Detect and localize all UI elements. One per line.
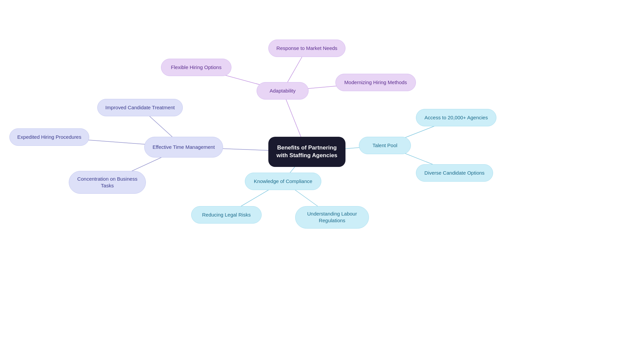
mindmap-container: Benefits of Partnering with Staffing Age… (0, 0, 644, 363)
node-adaptability: Adaptability (257, 82, 309, 100)
node-modernizing: Modernizing Hiring Methods (335, 74, 416, 91)
node-effective-time: Effective Time Management (144, 137, 223, 158)
node-concentration: Concentration on Business Tasks (69, 171, 146, 194)
node-diverse-candidate: Diverse Candidate Options (416, 164, 493, 182)
node-talent-pool: Talent Pool (359, 137, 411, 154)
node-knowledge-compliance: Knowledge of Compliance (245, 173, 321, 190)
node-improved-candidate: Improved Candidate Treatment (97, 99, 183, 116)
node-response-market: Response to Market Needs (268, 40, 345, 57)
node-expedited: Expedited Hiring Procedures (9, 128, 89, 146)
node-access-agencies: Access to 20,000+ Agencies (416, 109, 496, 126)
node-understanding-labour: Understanding Labour Regulations (295, 206, 369, 229)
node-flexible-hiring: Flexible Hiring Options (161, 59, 231, 76)
center-node: Benefits of Partnering with Staffing Age… (268, 137, 345, 167)
node-reducing-legal: Reducing Legal Risks (191, 206, 262, 224)
